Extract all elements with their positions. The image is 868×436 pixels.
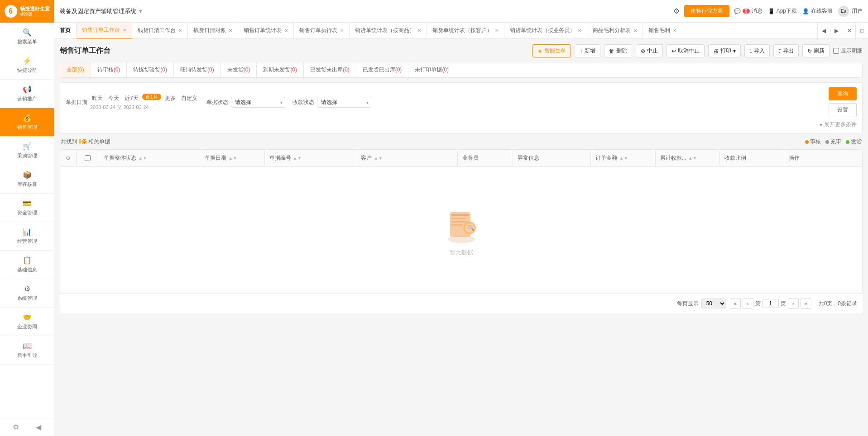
date-shortcut-custom[interactable]: 自定义: [179, 94, 199, 103]
import-btn[interactable]: ⤵ 导入: [744, 44, 770, 57]
tab-close-margin-analysis[interactable]: ✕: [633, 28, 637, 33]
refresh-btn[interactable]: ↻ 刷新: [802, 44, 830, 57]
filter-tab-wangpu-pending[interactable]: 旺铺待发货(0): [174, 62, 221, 77]
date-badge-1month[interactable]: 近1月: [142, 94, 161, 100]
sidebar-item-search[interactable]: 🔍搜索菜单: [0, 23, 54, 51]
tab-sales-profit[interactable]: 销售毛利✕: [643, 23, 682, 39]
tab-sales-by-customer[interactable]: 销货单统计表（按客户）✕: [427, 23, 504, 39]
tab-close-sales-by-product[interactable]: ✕: [417, 28, 421, 33]
tab-close-cash-reconcile[interactable]: ✕: [229, 28, 232, 33]
status-select[interactable]: 请选择: [231, 97, 285, 108]
sidebar-item-guide[interactable]: 📖新手引导: [0, 336, 54, 365]
tab-close-sales-by-customer[interactable]: ✕: [495, 28, 499, 33]
filter-tab-shipped-not-out[interactable]: 已发货未出库(0): [304, 62, 356, 77]
online-service-item[interactable]: 👤 在线客服: [802, 7, 833, 15]
per-page-select[interactable]: 10203050100: [701, 299, 726, 308]
message-item[interactable]: 💬 6 消息: [734, 7, 762, 15]
date-shortcut-yesterday[interactable]: 昨天: [90, 94, 105, 103]
filter-tab-shipped-out[interactable]: 已发货已出库(0): [356, 62, 409, 77]
payment-select[interactable]: 请选择: [317, 97, 371, 108]
sort-customer[interactable]: ▲▼: [374, 156, 383, 160]
tab-scroll-right[interactable]: ▶: [830, 23, 843, 39]
tab-close-sales-stats[interactable]: ✕: [284, 28, 288, 33]
tab-close-sales-profit[interactable]: ✕: [673, 28, 676, 33]
solution-btn[interactable]: 体验行业方案: [684, 5, 729, 17]
tab-sales-stats[interactable]: 销售订单统计表✕: [238, 23, 294, 39]
add-btn[interactable]: + 新增: [575, 44, 600, 57]
phone-icon: 📱: [768, 8, 775, 14]
app-download-item[interactable]: 📱 App下载: [768, 7, 797, 15]
review-btn[interactable]: 审核: [805, 138, 821, 146]
tab-close-sales-exec[interactable]: ✕: [340, 28, 344, 33]
tab-cash-daily[interactable]: 钱货日清工作台✕: [132, 23, 188, 39]
page-input[interactable]: [762, 299, 779, 308]
sort-date[interactable]: ▲▼: [228, 156, 237, 160]
date-shortcut-today[interactable]: 今天: [106, 94, 121, 103]
cancel-stop-btn[interactable]: ↩ 取消中止: [667, 44, 705, 57]
sort-collected[interactable]: ▲▼: [688, 156, 697, 160]
tab-close-current[interactable]: ✕: [843, 23, 855, 39]
tab-label-sales-profit: 销售毛利: [648, 27, 670, 34]
tab-sales-workbench[interactable]: 销售订单工作台✕: [77, 23, 132, 39]
settings-btn[interactable]: 设置: [829, 103, 857, 117]
page-text-2: 页: [781, 300, 786, 308]
filter-tab-not-shipped[interactable]: 未发货(0): [221, 62, 257, 77]
settings-bottom-icon[interactable]: ⚙: [13, 423, 19, 431]
select-all-checkbox[interactable]: [85, 155, 91, 161]
sidebar-item-marketing[interactable]: 📢营销推广: [0, 80, 54, 108]
first-page-btn[interactable]: «: [730, 298, 741, 309]
show-detail-checkbox[interactable]: 显示明细: [833, 47, 863, 55]
last-page-btn[interactable]: »: [801, 298, 811, 309]
tab-label-home: 首页: [60, 27, 71, 34]
cancel-review-btn[interactable]: 充审: [825, 138, 841, 146]
ship-btn[interactable]: 发货: [846, 138, 862, 146]
smart-create-btn[interactable]: ★ 智能生单: [532, 44, 571, 57]
tab-scroll-left[interactable]: ◀: [817, 23, 830, 39]
tab-sales-by-staff[interactable]: 销货单统计表（按业务员）✕: [504, 23, 587, 39]
tab-home[interactable]: 首页: [54, 23, 77, 39]
print-btn[interactable]: 🖨 打印 ▾: [708, 44, 741, 57]
user-item[interactable]: Ea 用户: [838, 6, 863, 17]
filter-tab-expired-not-shipped[interactable]: 到期未发货(0): [257, 62, 304, 77]
cancel-icon: ↩: [671, 48, 676, 54]
tab-sales-exec[interactable]: 销售订单执行表✕: [294, 23, 350, 39]
date-shortcut-more[interactable]: 更多: [163, 94, 177, 103]
svg-rect-4: [451, 221, 467, 223]
filter-tab-all[interactable]: 全部(0): [60, 62, 91, 77]
stop-btn[interactable]: ⊘ 中止: [636, 44, 663, 57]
tab-cash-reconcile[interactable]: 钱货日清对账✕: [188, 23, 238, 39]
sidebar-item-basic[interactable]: 📋基础信息: [0, 251, 54, 279]
tab-close-sales-by-staff[interactable]: ✕: [578, 28, 581, 33]
sidebar-item-system[interactable]: ⚙系统管理: [0, 279, 54, 308]
tab-sales-by-product[interactable]: 销货单统计表（按商品）✕: [350, 23, 427, 39]
sidebar-item-inventory[interactable]: 📦库存核算: [0, 165, 54, 194]
sidebar-item-collab[interactable]: 🤝企业协同: [0, 308, 54, 336]
date-shortcut-7days[interactable]: 近7天: [123, 94, 140, 103]
sort-status[interactable]: ▲▼: [138, 156, 147, 160]
th-settings[interactable]: ⚙: [60, 152, 77, 165]
tab-maximize[interactable]: □: [855, 23, 868, 39]
sidebar-item-purchase[interactable]: 🛒采购管理: [0, 137, 54, 165]
sidebar-item-operations[interactable]: 📊经营管理: [0, 222, 54, 251]
delete-btn[interactable]: 🗑 删除: [604, 44, 632, 57]
filter-tab-not-printed[interactable]: 未打印单据(0): [408, 62, 455, 77]
next-page-btn[interactable]: ›: [788, 298, 799, 309]
expand-btn[interactable]: ▾ 展开更多条件: [820, 121, 857, 128]
sort-amount[interactable]: ▲▼: [619, 156, 628, 160]
filter-tab-pending-inspection[interactable]: 待拣货验货(0): [127, 62, 174, 77]
sidebar-item-finance[interactable]: 💳资金管理: [0, 194, 54, 222]
collapse-icon[interactable]: ◀: [36, 423, 41, 431]
filter-tab-pending-review[interactable]: 待审核(0): [91, 62, 127, 77]
topbar-settings-icon[interactable]: ⚙: [673, 7, 680, 15]
tab-close-sales-workbench[interactable]: ✕: [123, 28, 126, 33]
tab-close-cash-daily[interactable]: ✕: [178, 28, 182, 33]
prev-page-btn[interactable]: ‹: [743, 298, 753, 309]
sidebar-item-quick[interactable]: ⚡快捷导航: [0, 51, 54, 80]
tab-margin-analysis[interactable]: 商品毛利分析表✕: [587, 23, 643, 39]
show-detail-input[interactable]: [833, 48, 839, 54]
export-btn[interactable]: ⤴ 导出: [773, 44, 799, 57]
sort-code[interactable]: ▲▼: [293, 156, 302, 160]
sidebar-item-sales[interactable]: 💰销售管理: [0, 108, 54, 137]
per-page-label: 每页显示: [677, 300, 699, 308]
query-btn[interactable]: 查询: [829, 87, 857, 100]
